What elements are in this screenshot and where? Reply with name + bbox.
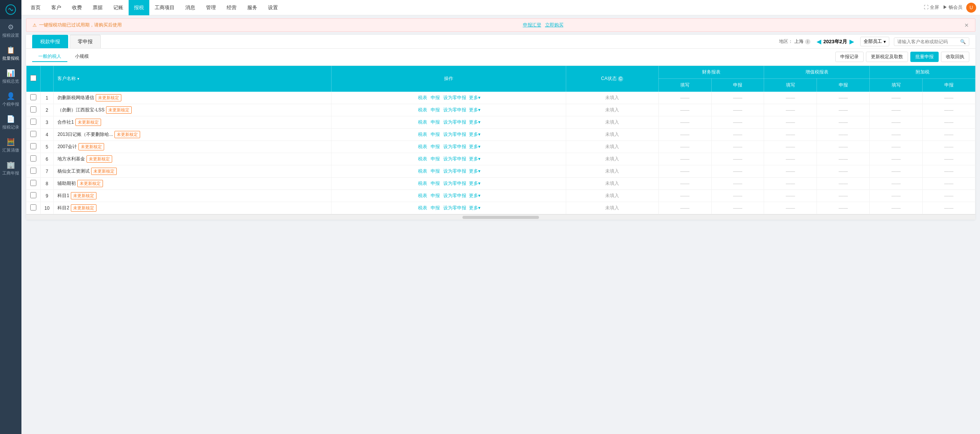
nav-business[interactable]: 工商项目 — [149, 0, 180, 15]
batch-declare-btn[interactable]: 批量申报 — [910, 52, 939, 62]
nav-service[interactable]: 服务 — [242, 0, 263, 15]
nav-home[interactable]: 首页 — [25, 0, 46, 15]
nav-tax[interactable]: 报税 — [129, 0, 149, 15]
prev-month-btn[interactable]: ◀ — [817, 38, 821, 45]
nav-settings[interactable]: 设置 — [263, 0, 283, 15]
op-more[interactable]: 更多▾ — [469, 95, 480, 100]
declare-records-btn[interactable]: 申报记录 — [835, 52, 864, 62]
nav-client[interactable]: 客户 — [46, 0, 67, 15]
sidebar-item-personal-tax[interactable]: 👤 个税申报 — [0, 88, 21, 111]
row-operations: 税表 申报 设为零申报 更多▾ — [331, 202, 566, 214]
subtab-general-taxpayer[interactable]: 一般的税人 — [32, 52, 67, 62]
op-more[interactable]: 更多▾ — [469, 168, 480, 174]
op-tax-form[interactable]: 税表 — [418, 107, 427, 113]
collect-receipt-btn[interactable]: 收取回执 — [941, 52, 969, 62]
op-tax-form[interactable]: 税表 — [418, 132, 427, 137]
sidebar-item-business-annual[interactable]: 🏢 工商年报 — [0, 157, 21, 180]
main-area: 首页 客户 收费 票据 记账 报税 工商项目 消息 管理 经营 服务 设置 ⛶ … — [21, 0, 980, 434]
op-tax-form[interactable]: 税表 — [418, 119, 427, 125]
op-declare[interactable]: 申报 — [431, 193, 440, 198]
row-fin-report: —— — [711, 178, 764, 190]
op-tax-form[interactable]: 税表 — [418, 181, 427, 186]
row-operations: 税表 申报 设为零申报 更多▾ — [331, 129, 566, 141]
row-checkbox[interactable] — [26, 190, 41, 202]
op-set-zero[interactable]: 设为零申报 — [443, 193, 466, 198]
nav-billing[interactable]: 收费 — [67, 0, 87, 15]
row-checkbox[interactable] — [26, 153, 41, 165]
row-checkbox[interactable] — [26, 141, 41, 153]
row-checkbox[interactable] — [26, 92, 41, 104]
op-declare[interactable]: 申报 — [431, 168, 440, 174]
op-more[interactable]: 更多▾ — [469, 144, 480, 149]
op-set-zero[interactable]: 设为零申报 — [443, 205, 466, 210]
op-declare[interactable]: 申报 — [431, 144, 440, 149]
op-more[interactable]: 更多▾ — [469, 193, 480, 198]
search-icon[interactable]: 🔍 — [960, 39, 966, 44]
op-set-zero[interactable]: 设为零申报 — [443, 156, 466, 162]
op-declare[interactable]: 申报 — [431, 119, 440, 125]
op-set-zero[interactable]: 设为零申报 — [443, 132, 466, 137]
op-set-zero[interactable]: 设为零申报 — [443, 95, 466, 100]
sidebar-item-tax-records[interactable]: 📄 报税记录 — [0, 111, 21, 134]
unset-tag: 未更新核定 — [96, 94, 121, 101]
op-set-zero[interactable]: 设为零申报 — [443, 168, 466, 174]
op-more[interactable]: 更多▾ — [469, 156, 480, 162]
op-more[interactable]: 更多▾ — [469, 119, 480, 125]
banner-close-btn[interactable]: ✕ — [964, 22, 969, 28]
sidebar-item-tax-overview[interactable]: 📊 报税总览 — [0, 65, 21, 88]
select-all-checkbox[interactable] — [30, 75, 36, 81]
op-more[interactable]: 更多▾ — [469, 181, 480, 186]
op-more[interactable]: 更多▾ — [469, 132, 480, 137]
op-tax-form[interactable]: 税表 — [418, 156, 427, 162]
member-btn[interactable]: ▶ 畅会员 — [943, 4, 962, 11]
region-info-icon[interactable]: i — [805, 39, 810, 44]
op-tax-form[interactable]: 税表 — [418, 95, 427, 100]
op-more[interactable]: 更多▾ — [469, 107, 480, 113]
row-checkbox[interactable] — [26, 104, 41, 116]
op-tax-form[interactable]: 税表 — [418, 193, 427, 198]
op-declare[interactable]: 申报 — [431, 156, 440, 162]
op-set-zero[interactable]: 设为零申报 — [443, 181, 466, 186]
clients-table: 客户名称 ▾ 操作 CA状态 C 财务报表 增值税报表 附加税 填写 申报 填写… — [26, 65, 975, 214]
op-tax-form[interactable]: 税表 — [418, 144, 427, 149]
report-register-link[interactable]: 申报汇登 — [523, 22, 541, 28]
row-checkbox[interactable] — [26, 202, 41, 214]
next-month-btn[interactable]: ▶ — [849, 38, 854, 45]
op-more[interactable]: 更多▾ — [469, 205, 480, 210]
op-declare[interactable]: 申报 — [431, 95, 440, 100]
nav-message[interactable]: 消息 — [180, 0, 201, 15]
update-tax-btn[interactable]: 更新税定及取数 — [866, 52, 908, 62]
nav-invoice[interactable]: 票据 — [87, 0, 108, 15]
op-set-zero[interactable]: 设为零申报 — [443, 107, 466, 113]
op-tax-form[interactable]: 税表 — [418, 205, 427, 210]
sidebar-item-batch-tax[interactable]: 📋 批量报税 — [0, 42, 21, 65]
sidebar-item-tax-settings[interactable]: ⚙ 报税设置 — [0, 19, 21, 42]
nav-bookkeeping[interactable]: 记账 — [108, 0, 129, 15]
row-checkbox[interactable] — [26, 165, 41, 178]
op-declare[interactable]: 申报 — [431, 181, 440, 186]
buy-now-link[interactable]: 立即购买 — [545, 22, 564, 28]
tab-zero-declaration[interactable]: 零申报 — [70, 35, 101, 48]
op-declare[interactable]: 申报 — [431, 107, 440, 113]
fullscreen-btn[interactable]: ⛶ 全屏 — [924, 4, 939, 11]
nav-operation[interactable]: 经营 — [221, 0, 242, 15]
search-input[interactable] — [897, 39, 959, 44]
nav-manage[interactable]: 管理 — [201, 0, 221, 15]
op-set-zero[interactable]: 设为零申报 — [443, 144, 466, 149]
op-tax-form[interactable]: 税表 — [418, 168, 427, 174]
row-number: 5 — [41, 141, 54, 153]
ca-status-info-icon[interactable]: C — [618, 76, 623, 82]
horizontal-scrollbar[interactable] — [26, 214, 975, 220]
op-declare[interactable]: 申报 — [431, 132, 440, 137]
row-checkbox[interactable] — [26, 116, 41, 129]
subtab-small-scale[interactable]: 小规模 — [69, 52, 95, 62]
scroll-thumb[interactable] — [462, 216, 539, 219]
op-set-zero[interactable]: 设为零申报 — [443, 119, 466, 125]
op-declare[interactable]: 申报 — [431, 205, 440, 210]
dept-select[interactable]: 全部员工 ▾ — [860, 37, 889, 46]
tab-tax-declaration[interactable]: 税款申报 — [32, 35, 68, 48]
row-checkbox[interactable] — [26, 178, 41, 190]
sidebar-item-calc-clear[interactable]: 🧮 汇算清缴 — [0, 134, 21, 157]
user-avatar[interactable]: U — [966, 3, 976, 13]
row-checkbox[interactable] — [26, 129, 41, 141]
